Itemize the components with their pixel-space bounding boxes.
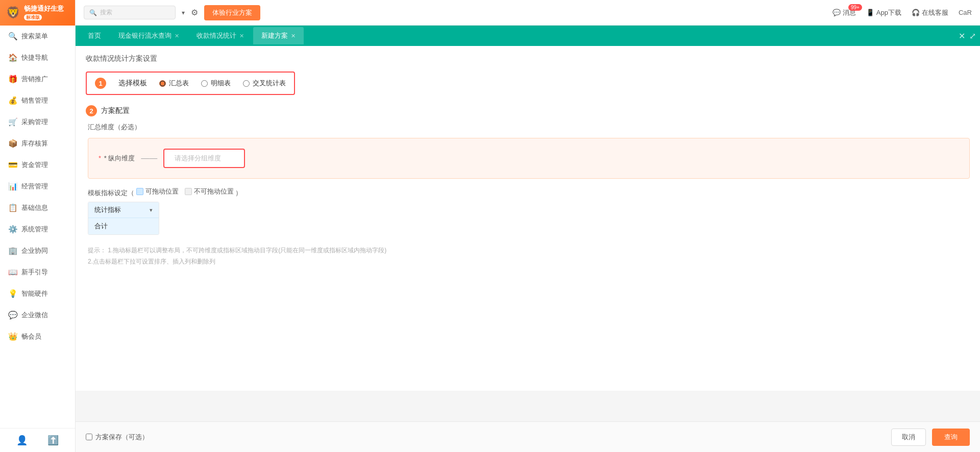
dimension-area: * * 纵向维度 —— 请选择分组维度 xyxy=(88,138,970,179)
book-icon: 📖 xyxy=(8,268,17,277)
message-btn[interactable]: 💬 消息 99+ xyxy=(832,8,856,17)
dimension-select[interactable]: 请选择分组维度 xyxy=(163,149,245,168)
sidebar-item-label: 畅会员 xyxy=(21,332,41,341)
search-icon-small: 🔍 xyxy=(89,9,97,16)
service-label: 在线客服 xyxy=(922,8,948,17)
download-btn[interactable]: 📱 App下载 xyxy=(866,8,901,17)
industry-btn[interactable]: 体验行业方案 xyxy=(204,5,260,20)
sidebar-item-label: 资金管理 xyxy=(21,160,48,170)
cancel-button[interactable]: 取消 xyxy=(891,429,926,446)
sidebar-item-capital[interactable]: 💳 资金管理 xyxy=(0,154,75,176)
sidebar-bottom-icon-2[interactable]: ⬆️ xyxy=(47,435,59,446)
page-title: 收款情况统计方案设置 xyxy=(86,54,970,63)
sidebar: 🦁 畅捷通好生意 标准版 🔍 搜索菜单 🏠 快捷导航 🎁 营销推广 💰 销售管理… xyxy=(0,0,76,452)
chart-icon: 📊 xyxy=(8,182,17,191)
tab-collection-label: 收款情况统计 xyxy=(197,31,236,40)
tip-1: 提示： 1.拖动标题栏可以调整布局，不可跨维度或指标区域拖动目字段(只能在同一维… xyxy=(88,245,970,256)
sidebar-item-label: 采购管理 xyxy=(21,117,48,127)
step2-title: 方案配置 xyxy=(101,106,130,115)
sidebar-item-label: 企业微信 xyxy=(21,311,48,320)
tab-collection-close[interactable]: ✕ xyxy=(239,33,244,39)
sidebar-item-hardware[interactable]: 💡 智能硬件 xyxy=(0,283,75,304)
sidebar-item-quicknav[interactable]: 🏠 快捷导航 xyxy=(0,47,75,68)
tab-collection-stat[interactable]: 收款情况统计 ✕ xyxy=(188,27,252,44)
search-placeholder: 搜索 xyxy=(100,8,112,17)
user-avatar[interactable]: CaR xyxy=(959,9,972,16)
radio-detail-input[interactable] xyxy=(201,80,208,87)
metrics-hints: 可拖动位置 不可拖动位置 xyxy=(136,187,234,196)
sidebar-item-label: 新手引导 xyxy=(21,268,48,277)
search-icon: 🔍 xyxy=(8,32,17,41)
sidebar-item-guide[interactable]: 📖 新手引导 xyxy=(0,261,75,283)
tabbar: 首页 现金银行流水查询 ✕ 收款情况统计 ✕ 新建方案 ✕ ✕ ⤢ xyxy=(76,26,980,46)
metrics-category-header[interactable]: 统计指标 ▾ xyxy=(88,202,159,218)
sidebar-bottom: 👤 ⬆️ xyxy=(0,428,75,452)
tab-bank-close[interactable]: ✕ xyxy=(175,33,179,39)
sidebar-item-enterprise[interactable]: 🏢 企业协同 xyxy=(0,240,75,261)
metrics-grid: 统计指标 ▾ 合计 xyxy=(88,202,159,235)
radio-cross-input[interactable] xyxy=(243,80,250,87)
tip-2: 2.点击标题栏下拉可设置排序、插入列和删除列 xyxy=(88,256,970,268)
sidebar-item-wechat[interactable]: 💬 企业微信 xyxy=(0,304,75,326)
save-label: 方案保存（可选） xyxy=(95,433,149,442)
save-checkbox-input[interactable] xyxy=(86,434,92,440)
dimension-row: * * 纵向维度 —— 请选择分组维度 xyxy=(99,149,959,168)
gear-icon: ⚙️ xyxy=(8,225,17,234)
step2-num: 2 xyxy=(86,105,97,116)
sidebar-item-purchase[interactable]: 🛒 采购管理 xyxy=(0,111,75,133)
tabbar-actions: ✕ ⤢ xyxy=(959,31,976,41)
sidebar-item-label: 快捷导航 xyxy=(21,53,48,62)
logo-icon: 🦁 xyxy=(6,6,20,19)
topbar-search-box[interactable]: 🔍 搜索 xyxy=(84,6,176,19)
settings-icon[interactable]: ⚙ xyxy=(191,8,198,17)
sidebar-bottom-icon-1[interactable]: 👤 xyxy=(16,435,28,446)
save-option[interactable]: 方案保存（可选） xyxy=(86,433,149,442)
sidebar-item-label: 企业协同 xyxy=(21,246,48,255)
tab-home[interactable]: 首页 xyxy=(80,27,109,44)
crown-icon: 👑 xyxy=(8,332,17,341)
sidebar-item-marketing[interactable]: 🎁 营销推广 xyxy=(0,68,75,90)
sidebar-item-system[interactable]: ⚙️ 系统管理 xyxy=(0,219,75,240)
tab-new-plan-close[interactable]: ✕ xyxy=(291,33,296,39)
sidebar-item-inventory[interactable]: 📦 库存核算 xyxy=(0,133,75,154)
tips-section: 提示： 1.拖动标题栏可以调整布局，不可跨维度或指标区域拖动目字段(只能在同一维… xyxy=(88,245,970,267)
card-icon: 💳 xyxy=(8,160,17,170)
sidebar-item-label: 基础信息 xyxy=(21,203,48,212)
sidebar-item-base[interactable]: 📋 基础信息 xyxy=(0,197,75,219)
sidebar-item-label: 销售管理 xyxy=(21,96,48,105)
radio-cross[interactable]: 交叉统计表 xyxy=(243,79,286,88)
sidebar-item-operation[interactable]: 📊 经营管理 xyxy=(0,176,75,197)
metrics-title-text: 模板指标设定（ xyxy=(88,189,134,197)
sidebar-item-sales[interactable]: 💰 销售管理 xyxy=(0,90,75,111)
sidebar-item-label: 营销推广 xyxy=(21,75,48,84)
dropdown-arrow[interactable]: ▾ xyxy=(182,9,185,16)
message-badge: 99+ xyxy=(848,4,862,11)
download-icon: 📱 xyxy=(866,9,874,16)
metrics-dropdown-icon[interactable]: ▾ xyxy=(150,207,153,213)
metrics-category-label: 统计指标 xyxy=(94,205,121,215)
logo-badge: 标准版 xyxy=(24,14,42,20)
tab-new-plan[interactable]: 新建方案 ✕ xyxy=(253,27,304,44)
maximize-icon[interactable]: ⤢ xyxy=(969,31,976,41)
dimension-config: 汇总维度（必选） * * 纵向维度 —— 请选择分组维度 xyxy=(86,123,970,267)
home-icon: 🏠 xyxy=(8,53,17,62)
tab-bank[interactable]: 现金银行流水查询 ✕ xyxy=(110,27,187,44)
hint-fixed-label: 不可拖动位置 xyxy=(194,187,234,196)
query-button[interactable]: 查询 xyxy=(932,429,970,446)
topbar: 🔍 搜索 ▾ ⚙ 体验行业方案 💬 消息 99+ 📱 App下载 🎧 在线客服 … xyxy=(76,0,980,26)
service-btn[interactable]: 🎧 在线客服 xyxy=(912,8,948,17)
radio-summary-input[interactable] xyxy=(159,80,166,87)
step1-header: 1 选择模板 汇总表 明细表 交叉统计表 xyxy=(86,72,970,95)
sidebar-item-search[interactable]: 🔍 搜索菜单 xyxy=(0,26,75,47)
template-box: 1 选择模板 汇总表 明细表 交叉统计表 xyxy=(86,72,295,95)
radio-detail[interactable]: 明细表 xyxy=(201,79,231,88)
avatar-text: CaR xyxy=(959,9,972,16)
content-area: 收款情况统计方案设置 1 选择模板 汇总表 明细表 xyxy=(76,46,980,421)
radio-summary[interactable]: 汇总表 xyxy=(159,79,189,88)
close-all-icon[interactable]: ✕ xyxy=(959,31,965,41)
step1-num: 1 xyxy=(95,78,106,89)
sidebar-item-member[interactable]: 👑 畅会员 xyxy=(0,326,75,347)
arrow-icon: —— xyxy=(141,154,157,163)
chat-icon: 💬 xyxy=(8,311,17,320)
step2-header: 2 方案配置 xyxy=(86,105,970,116)
